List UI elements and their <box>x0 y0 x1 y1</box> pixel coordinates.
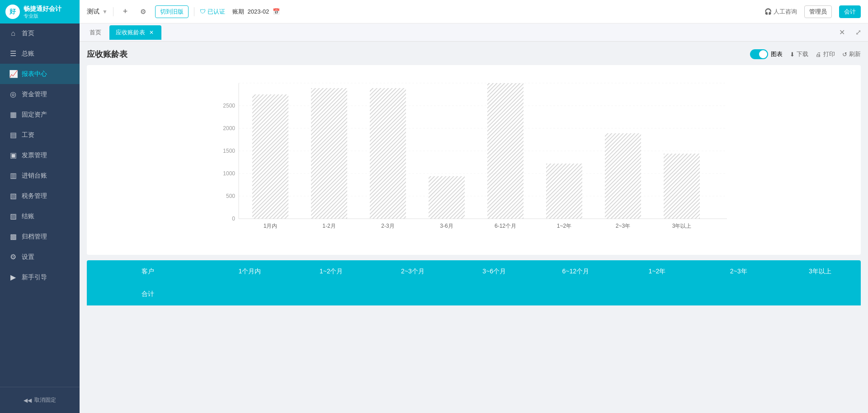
chart-inner: 0 500 1000 1500 2000 2500 <box>96 74 852 246</box>
invoice-icon: ▣ <box>9 151 17 160</box>
bar-4-3-6月 <box>429 176 465 219</box>
col-2-3month: 2~3个月 <box>372 260 453 283</box>
sidebar-item-close[interactable]: ▨ 结账 <box>0 206 80 226</box>
cancel-fixed-button[interactable]: ◀◀ 取消固定 <box>0 392 80 408</box>
sidebar-item-tax[interactable]: ▧ 税务管理 <box>0 186 80 206</box>
svg-text:0: 0 <box>232 216 235 222</box>
svg-text:1~2年: 1~2年 <box>557 223 571 229</box>
tax-icon: ▧ <box>9 192 17 200</box>
download-button[interactable]: ⬇ 下载 <box>790 50 808 58</box>
tab-close-button[interactable]: ✕ <box>148 29 155 36</box>
settings-button[interactable]: ⚙ <box>137 5 150 18</box>
bar-7-2-3年 <box>605 133 641 219</box>
refresh-button[interactable]: ↺ 刷新 <box>842 50 861 58</box>
project-name: 测试 <box>87 8 99 16</box>
col-customer: 客户 <box>87 260 209 283</box>
sidebar-item-settings[interactable]: ⚙ 设置 <box>0 247 80 267</box>
topbar-right: 🎧 人工咨询 管理员 会计 <box>764 5 861 18</box>
sidebar-item-reports[interactable]: 📈 报表中心 <box>0 64 80 84</box>
col-6-12month: 6~12个月 <box>535 260 616 283</box>
tab-home-label: 首页 <box>90 28 101 37</box>
sidebar-item-assets[interactable]: ▦ 固定资产 <box>0 104 80 125</box>
sidebar-item-label: 报表中心 <box>22 70 47 78</box>
page-title: 应收账龄表 <box>87 49 750 60</box>
col-3year-plus: 3年以上 <box>779 260 861 283</box>
sidebar-item-label: 资金管理 <box>22 90 47 99</box>
expand-panel-button[interactable]: ⤢ <box>852 26 864 39</box>
add-button[interactable]: + <box>119 5 132 18</box>
certified-badge: 🛡 已认证 <box>200 8 225 16</box>
svg-text:2000: 2000 <box>223 125 235 131</box>
service-button[interactable]: 🎧 人工咨询 <box>764 8 797 16</box>
print-button[interactable]: 🖨 打印 <box>816 50 835 58</box>
tab-receivable-aging[interactable]: 应收账龄表 ✕ <box>109 25 161 40</box>
certified-label: 已认证 <box>208 8 225 16</box>
calendar-icon[interactable]: 📅 <box>273 8 280 15</box>
topbar: 测试 ▼ + ⚙ 切到旧版 🛡 已认证 账期 2023-02 📅 🎧 人工咨询 … <box>80 0 868 23</box>
finance-icon: ◎ <box>9 90 17 99</box>
download-label: 下载 <box>797 50 808 58</box>
col-total: 合计 <box>87 283 209 305</box>
sidebar-item-invoice[interactable]: ▣ 发票管理 <box>0 145 80 165</box>
shield-icon: 🛡 <box>200 8 206 15</box>
stock-icon: ▥ <box>9 171 17 180</box>
sidebar-item-ledger[interactable]: ☰ 总账 <box>0 43 80 64</box>
tabbar: 首页 应收账龄表 ✕ ✕ ⤢ <box>80 23 868 42</box>
cancel-fixed-label: 取消固定 <box>34 396 56 404</box>
tab-home[interactable]: 首页 <box>83 25 108 40</box>
sidebar-scroll: ⌂ 首页 ☰ 总账 📈 报表中心 ◎ 资金管理 ▦ 固定资产 ▤ 工资 ▣ 发票… <box>0 23 80 387</box>
chart-toggle-label: 图表 <box>771 50 783 58</box>
svg-text:2~3年: 2~3年 <box>616 223 630 229</box>
sidebar-item-label: 结账 <box>22 212 34 221</box>
tabbar-right: ✕ ⤢ <box>835 26 864 39</box>
bar-2-1-2月 <box>311 88 347 219</box>
role-label: 会计 <box>844 8 856 15</box>
sidebar-item-archive[interactable]: ▩ 归档管理 <box>0 226 80 247</box>
chart-toggle[interactable] <box>750 49 768 59</box>
sidebar-item-payroll[interactable]: ▤ 工资 <box>0 125 80 145</box>
close-panel-button[interactable]: ✕ <box>835 26 848 39</box>
col-1month: 1个月内 <box>209 260 290 283</box>
sidebar-item-stock[interactable]: ▥ 进销台账 <box>0 165 80 186</box>
sidebar-item-finance[interactable]: ◎ 资金管理 <box>0 84 80 104</box>
sidebar-item-label: 归档管理 <box>22 233 47 241</box>
sidebar-item-guide[interactable]: ▶ 新手引导 <box>0 267 80 287</box>
sidebar-item-label: 固定资产 <box>22 111 47 119</box>
sidebar-item-label: 工资 <box>22 131 34 139</box>
sidebar-item-label: 发票管理 <box>22 151 47 160</box>
home-icon: ⌂ <box>9 29 17 38</box>
sidebar: 好 畅捷通好会计 专业版 ⌂ 首页 ☰ 总账 📈 报表中心 ◎ 资金管理 ▦ 固… <box>0 0 80 413</box>
service-label: 人工咨询 <box>774 8 797 16</box>
archive-icon: ▩ <box>9 232 17 241</box>
svg-text:1000: 1000 <box>223 170 235 177</box>
period-info: 账期 2023-02 📅 <box>231 8 280 16</box>
role-button[interactable]: 会计 <box>839 5 861 18</box>
col-1-2year: 1~2年 <box>616 260 698 283</box>
admin-button[interactable]: 管理员 <box>804 5 832 18</box>
switch-old-button[interactable]: 切到旧版 <box>155 5 189 18</box>
svg-text:2-3月: 2-3月 <box>381 223 394 229</box>
print-icon: 🖨 <box>816 51 821 58</box>
app-edition: 专业版 <box>24 13 61 19</box>
sidebar-item-label: 首页 <box>22 29 34 38</box>
svg-text:6-12个月: 6-12个月 <box>495 223 516 229</box>
sidebar-item-label: 新手引导 <box>22 273 47 282</box>
project-selector[interactable]: 测试 ▼ <box>87 8 108 16</box>
refresh-icon: ↺ <box>842 51 847 58</box>
col-2-3year: 2~3年 <box>698 260 779 283</box>
svg-text:1500: 1500 <box>223 148 235 154</box>
col-1-2month: 1~2个月 <box>291 260 372 283</box>
svg-text:500: 500 <box>226 193 235 199</box>
page-actions: 图表 ⬇ 下载 🖨 打印 ↺ 刷新 <box>750 49 861 59</box>
page-content: 应收账龄表 图表 ⬇ 下载 🖨 打印 ↺ 刷新 <box>80 42 868 413</box>
refresh-label: 刷新 <box>849 50 861 58</box>
svg-text:2500: 2500 <box>223 103 235 109</box>
print-label: 打印 <box>823 50 835 58</box>
chart-container: 0 500 1000 1500 2000 2500 <box>87 65 861 255</box>
col-3-6month: 3~6个月 <box>453 260 535 283</box>
sidebar-bottom: ◀◀ 取消固定 <box>0 387 80 413</box>
ledger-icon: ☰ <box>9 49 17 58</box>
sidebar-item-home[interactable]: ⌂ 首页 <box>0 23 80 43</box>
guide-icon: ▶ <box>9 273 17 282</box>
download-icon: ⬇ <box>790 51 795 58</box>
